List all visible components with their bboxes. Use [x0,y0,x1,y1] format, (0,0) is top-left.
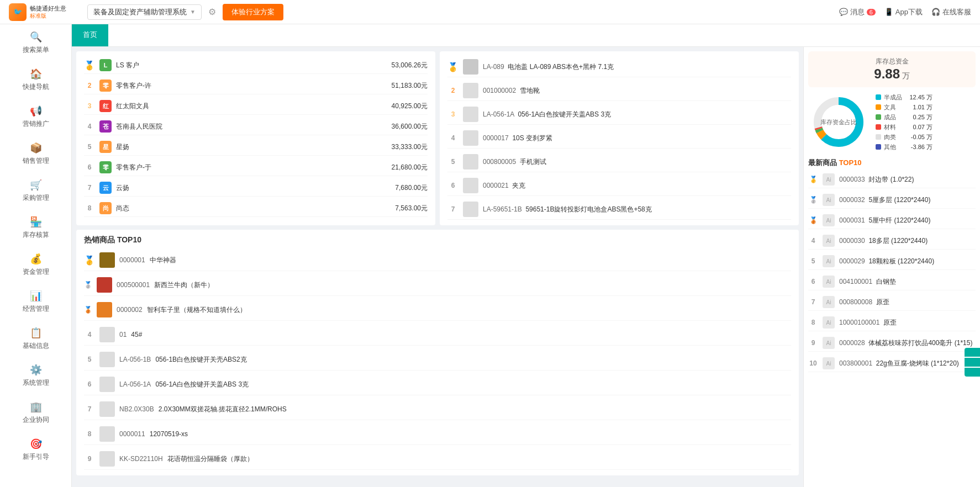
rank-num-8: 8 [84,204,95,212]
message-item[interactable]: 💬 消息 6 [839,7,876,17]
sidebar-item-finance[interactable]: 💰 资金管理 [0,246,71,283]
bronze-medal: 🥉 [84,306,92,314]
sidebar-item-marketing[interactable]: 📢 营销推广 [0,98,71,135]
new-rank-4: 4 [808,237,818,245]
rank-item: 🥇 L LS 客户 53,006.26元 [84,57,428,74]
top-bar: 🐦 畅捷通好生意 标准版 装备及固定资产辅助管理系统 ▼ ⚙ 体验行业方案 💬 … [0,0,980,24]
app-download-item[interactable]: 📱 App下载 [884,7,923,17]
legend-label-semifinished: 半成品 [884,93,902,102]
product-code-2: 000500001 [117,281,150,289]
app-label: App下载 [895,7,923,17]
sidebar-item-corp[interactable]: 🏢 企业协同 [0,394,71,431]
product-rank-list: 🥇 LA-089 电池盖 LA-089 ABS本色+黑种 7.1克 2 0010… [447,57,791,220]
customer-amount-2: 51,183.00元 [392,81,428,91]
customer-badge-5: 星 [99,141,112,153]
legend-dot-finished [876,114,881,120]
product-rank-name-5: 000800005 手机测试 [483,157,791,167]
gold-medal: 🥇 [84,255,95,266]
new-rank-9: 9 [808,339,818,347]
sidebar-item-basic[interactable]: 📋 基础信息 [0,320,71,357]
sidebar-item-guide[interactable]: 🎯 新手引导 [0,431,71,468]
customer-badge-6: 零 [99,161,112,173]
product-img-7 [99,401,115,417]
product-thumb-4 [463,130,478,146]
sidebar-item-quick-nav[interactable]: 🏠 快捷导航 [0,61,71,98]
home-icon: 🏠 [30,68,42,80]
legend-dot-other [876,144,881,150]
new-product-item: 4 Ai 0000030 18多层 (1220*2440) [808,232,976,250]
new-product-item: 6 Ai 004100001 白钢垫 [808,273,976,290]
trial-button[interactable]: 体验行业方案 [223,4,283,20]
product-thumb-5 [463,154,478,170]
hot-product-item: 7 NB2.0X30B 2.0X30MM双搓花轴.搓花直径2.1MM/ROHS [84,399,791,420]
float-btn-community[interactable]: 服务社区 [965,358,980,367]
float-btn-live[interactable]: 直播 [965,368,980,377]
inventory-value: 9.88 [874,66,900,81]
new-product-thumb-3: Ai [823,214,835,226]
legend-value-other: -3.86 万 [905,143,932,151]
product-code-4: 01 [119,331,127,338]
product-name-9: 花语萌恒温分隔睡袋（厚款） [167,454,254,464]
rank-num-6: 6 [84,163,95,171]
customer-amount-1: 53,006.26元 [392,61,428,70]
customer-badge-4: 苍 [99,120,112,133]
rank-6: 6 [84,380,95,388]
customer-amount-6: 21,680.00元 [392,163,428,172]
sidebar-item-system[interactable]: ⚙️ 系统管理 [0,357,71,394]
new-product-item: 7 Ai 000800008 原歪 [808,294,976,311]
version-badge: 标准版 [30,12,66,19]
product-rank-name-4: 0000017 10S 变刹罗紧 [483,134,791,143]
customer-name-5: 星扬 [116,142,387,152]
customer-badge-3: 红 [99,100,112,112]
megaphone-icon: 📢 [30,105,42,117]
new-products-title: 最新商品 TOP10 [808,158,976,168]
box-icon: 📦 [30,142,42,154]
system-name: 装备及固定资产辅助管理系统 [93,7,187,17]
message-icon: 💬 [839,8,848,16]
sidebar-item-purchase[interactable]: 🛒 采购管理 [0,172,71,209]
customer-name-6: 零售客户-于 [116,163,387,172]
tab-home[interactable]: 首页 [72,24,108,46]
sidebar-label-quick-nav: 快捷导航 [23,82,49,92]
system-selector[interactable]: 装备及固定资产辅助管理系统 ▼ [87,4,202,20]
new-product-info-2: 0000032 5厘多层 (1220*2440) [839,195,976,205]
gold-medal-icon: 🥇 [447,62,459,72]
product-name-1: 中华神器 [150,256,176,265]
legend-label-material: 材料 [884,123,902,131]
settings-icon[interactable]: ⚙ [208,7,216,17]
new-product-thumb-10: Ai [823,357,835,369]
product-name-3: 智利车子里（规格不知道填什么） [147,305,246,315]
new-product-thumb-5: Ai [823,255,835,267]
product-code-6: LA-056-1A [119,380,151,388]
legend-item-meat: 肉类 -0.05 万 [876,133,932,141]
new-product-thumb-4: Ai [823,235,835,247]
money-icon: 💰 [30,253,42,265]
customer-amount-7: 7,680.00元 [395,183,428,193]
online-service-item[interactable]: 🎧 在线客服 [931,7,971,17]
customer-amount-4: 36,600.00元 [392,122,428,131]
legend-dot-stationery [876,104,881,110]
product-thumb-3 [463,107,478,122]
new-product-thumb-8: Ai [823,316,835,329]
product-img-4 [99,327,115,342]
sidebar-item-sales[interactable]: 📦 销售管理 [0,135,71,172]
customer-amount-8: 7,563.00元 [395,204,428,213]
rank-num-3: 3 [84,102,95,110]
product-thumb-6 [463,178,478,193]
customer-badge-7: 云 [99,182,112,194]
cart-icon: 🛒 [30,179,42,191]
sidebar-item-inventory[interactable]: 🏪 库存核算 [0,209,71,246]
legend-item-material: 材料 0.07 万 [876,123,932,131]
sidebar-label-purchase: 采购管理 [23,193,49,203]
legend-label-meat: 肉类 [884,133,902,141]
legend-label-finished: 成品 [884,113,902,121]
new-product-thumb-2: Ai [823,194,835,206]
float-btn-service[interactable]: 客服热线 [965,348,980,357]
new-product-info-6: 004100001 白钢垫 [839,277,976,287]
sidebar-item-operations[interactable]: 📊 经营管理 [0,283,71,320]
sidebar-item-search[interactable]: 🔍 搜索菜单 [0,24,71,61]
product-sales-ranking-card: 🥇 LA-089 电池盖 LA-089 ABS本色+黑种 7.1克 2 0010… [440,51,799,225]
customer-badge-1: L [99,59,112,71]
message-badge: 6 [867,9,876,15]
hot-products-title: 热销商品 TOP10 [84,235,791,245]
